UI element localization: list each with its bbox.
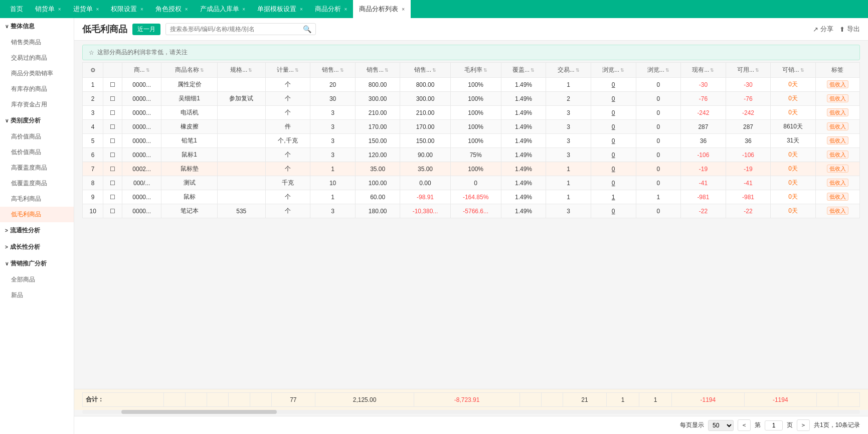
nav-item-角色授权[interactable]: 角色授权 ×: [149, 0, 194, 18]
row-gross-margin: 100%: [450, 120, 501, 134]
col-header-coverage[interactable]: 覆盖...⇅: [501, 63, 546, 78]
row-views1[interactable]: 0: [591, 106, 636, 120]
nav-item-首页[interactable]: 首页: [4, 0, 29, 18]
sort-icon-code[interactable]: ⇅: [146, 68, 150, 73]
sort-icon-unit[interactable]: ⇅: [295, 68, 299, 73]
col-header-available_stock[interactable]: 可用...⇅: [726, 63, 771, 78]
row-checkbox[interactable]: ☐: [103, 134, 122, 148]
row-spec: [217, 162, 265, 176]
sidebar-item-高毛利商品[interactable]: 高毛利商品: [0, 191, 74, 207]
next-page-button[interactable]: ＞: [797, 419, 810, 431]
col-header-sales_qty[interactable]: 销售...⇅: [310, 63, 356, 78]
sort-icon-sales_amount[interactable]: ⇅: [385, 68, 389, 73]
sidebar-item-销售类商品[interactable]: 销售类商品: [0, 35, 74, 50]
sort-icon-trade_count[interactable]: ⇅: [576, 68, 580, 73]
sidebar-item-全部商品[interactable]: 全部商品: [0, 272, 74, 287]
sidebar-item-新品[interactable]: 新品: [0, 287, 74, 303]
nav-close-icon[interactable]: ×: [343, 7, 348, 12]
row-views1[interactable]: 0: [591, 134, 636, 148]
sidebar-item-低覆盖度商品[interactable]: 低覆盖度商品: [0, 176, 74, 191]
row-views1[interactable]: 0: [591, 120, 636, 134]
row-views1[interactable]: 0: [591, 78, 636, 92]
row-views1[interactable]: 0: [591, 162, 636, 176]
row-views1[interactable]: 1: [591, 190, 636, 204]
prev-page-button[interactable]: ＜: [738, 419, 751, 431]
row-code: 0000...: [122, 92, 161, 106]
sidebar-item-交易过的商品[interactable]: 交易过的商品: [0, 50, 74, 66]
row-checkbox[interactable]: ☐: [103, 190, 122, 204]
sidebar-group-流通性分析[interactable]: >流通性分析: [0, 222, 74, 239]
row-checkbox[interactable]: ☐: [103, 78, 122, 92]
col-header-current_stock[interactable]: 现有...⇅: [681, 63, 726, 78]
row-views1[interactable]: 0: [591, 148, 636, 162]
row-checkbox[interactable]: ☐: [103, 162, 122, 176]
sort-icon-coverage[interactable]: ⇅: [531, 68, 535, 73]
row-views1[interactable]: 0: [591, 92, 636, 106]
nav-close-icon[interactable]: ×: [184, 7, 188, 12]
col-header-unit[interactable]: 计量...⇅: [265, 63, 310, 78]
sort-icon-views2[interactable]: ⇅: [665, 68, 669, 73]
filter-button[interactable]: 近一月: [132, 24, 160, 35]
sidebar-item-高覆盖度商品[interactable]: 高覆盖度商品: [0, 160, 74, 176]
nav-close-icon[interactable]: ×: [95, 7, 99, 12]
share-button[interactable]: ↗ 分享: [813, 25, 833, 34]
row-checkbox[interactable]: ☐: [103, 204, 122, 218]
col-header-saleable_days[interactable]: 可销...⇅: [771, 63, 816, 78]
sort-icon-name[interactable]: ⇅: [200, 68, 204, 73]
col-header-trade_count[interactable]: 交易...⇅: [546, 63, 591, 78]
col-header-views1[interactable]: 浏览...⇅: [591, 63, 636, 78]
nav-item-销货单[interactable]: 销货单 ×: [29, 0, 67, 18]
row-views2: 0: [636, 134, 681, 148]
row-checkbox[interactable]: ☐: [103, 92, 122, 106]
col-header-name[interactable]: 商品名称⇅: [161, 63, 218, 78]
nav-item-产成品入库单[interactable]: 产成品入库单 ×: [194, 0, 252, 18]
sort-icon-spec[interactable]: ⇅: [248, 68, 252, 73]
nav-close-icon[interactable]: ×: [241, 7, 246, 12]
row-checkbox[interactable]: ☐: [103, 148, 122, 162]
nav-item-商品分析[interactable]: 商品分析 ×: [309, 0, 354, 18]
col-header-spec[interactable]: 规格...⇅: [217, 63, 265, 78]
page-number-input[interactable]: [765, 420, 783, 430]
sort-icon-sales_qty[interactable]: ⇅: [340, 68, 344, 73]
nav-close-icon[interactable]: ×: [57, 7, 61, 12]
sort-icon-sales_profit[interactable]: ⇅: [432, 68, 436, 73]
scrollbar-thumb[interactable]: [121, 410, 277, 414]
nav-close-icon[interactable]: ×: [139, 7, 143, 12]
row-views1[interactable]: 0: [591, 176, 636, 190]
nav-close-icon[interactable]: ×: [298, 7, 303, 12]
scrollbar-area[interactable]: [82, 410, 860, 414]
sidebar-group-类别度分析[interactable]: ∨类别度分析: [0, 112, 74, 129]
nav-item-商品分析列表[interactable]: 商品分析列表 ×: [353, 0, 411, 18]
per-page-select[interactable]: 50 20 100: [708, 420, 734, 431]
sort-icon-current_stock[interactable]: ⇅: [710, 68, 714, 73]
nav-item-单据模板设置[interactable]: 单据模板设置 ×: [251, 0, 309, 18]
export-button[interactable]: ⬆ 导出: [839, 25, 860, 34]
sidebar-group-整体信息[interactable]: ∨整体信息: [0, 18, 74, 35]
sort-icon-views1[interactable]: ⇅: [620, 68, 624, 73]
sort-icon-gross_margin[interactable]: ⇅: [483, 68, 487, 73]
row-checkbox[interactable]: ☐: [103, 120, 122, 134]
nav-close-icon[interactable]: ×: [400, 7, 405, 12]
col-header-views2[interactable]: 浏览...⇅: [636, 63, 681, 78]
col-header-code[interactable]: 商...⇅: [122, 63, 161, 78]
sidebar-item-低价值商品[interactable]: 低价值商品: [0, 144, 74, 160]
nav-item-进货单[interactable]: 进货单 ×: [67, 0, 105, 18]
col-header-sales_profit[interactable]: 销售...⇅: [400, 63, 450, 78]
search-icon[interactable]: 🔍: [303, 25, 311, 33]
sort-icon-available_stock[interactable]: ⇅: [755, 68, 759, 73]
sort-icon-saleable_days[interactable]: ⇅: [800, 68, 804, 73]
sidebar-item-有库存的商品[interactable]: 有库存的商品: [0, 81, 74, 97]
sidebar-item-商品分类助销率[interactable]: 商品分类助销率: [0, 66, 74, 81]
col-header-gross_margin[interactable]: 毛利率⇅: [450, 63, 501, 78]
row-views1[interactable]: 0: [591, 204, 636, 218]
row-checkbox[interactable]: ☐: [103, 176, 122, 190]
sidebar-group-成长性分析[interactable]: >成长性分析: [0, 239, 74, 255]
sidebar-item-库存资金占用[interactable]: 库存资金占用: [0, 97, 74, 112]
search-input[interactable]: [170, 26, 303, 33]
sidebar-item-低毛利商品[interactable]: 低毛利商品: [0, 207, 74, 222]
row-checkbox[interactable]: ☐: [103, 106, 122, 120]
nav-item-权限设置[interactable]: 权限设置 ×: [105, 0, 149, 18]
sidebar-group-营销推广分析[interactable]: ∨营销推广分析: [0, 255, 74, 272]
sidebar-item-高价值商品[interactable]: 高价值商品: [0, 129, 74, 144]
col-header-sales_amount[interactable]: 销售...⇅: [355, 63, 400, 78]
